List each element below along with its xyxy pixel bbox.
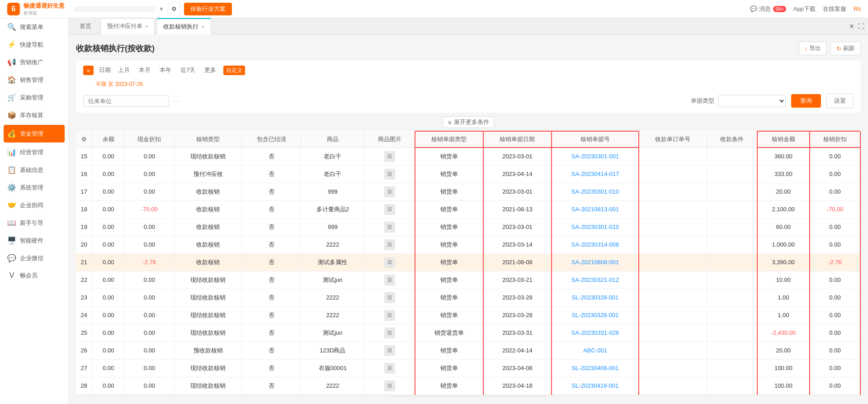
filter-last-month[interactable]: 上月: [116, 65, 132, 75]
bill-no-link[interactable]: ABC-001: [583, 347, 607, 354]
filter-more[interactable]: 更多: [203, 65, 218, 75]
td-cash-discount: 0.00: [124, 342, 174, 359]
td-order-no: [639, 183, 707, 200]
td-type: 收款核销: [175, 236, 242, 253]
sidebar-item-base-info[interactable]: 📋 基础信息: [0, 161, 68, 179]
td-num: 16: [76, 165, 92, 183]
tab-prepay-close[interactable]: ×: [145, 24, 148, 29]
sidebar-item-purchase[interactable]: 🛒 采购管理: [0, 89, 68, 106]
expand-button[interactable]: ∨ 展开更多条件: [443, 116, 494, 128]
messages-icon-area[interactable]: 💬 消息 99+: [750, 5, 786, 13]
bill-no-link[interactable]: SA-20230414-017: [571, 171, 619, 177]
td-goods: 2222: [301, 306, 364, 324]
td-discount: 0.00: [810, 271, 860, 289]
tab-prepay[interactable]: 预付冲应付单 ×: [100, 18, 155, 34]
filter-toggle-btn[interactable]: »: [83, 66, 94, 75]
filter-this-month[interactable]: 本月: [137, 65, 152, 75]
logo-area: 6 畅捷通谱好生意 标准版: [7, 2, 65, 16]
tab-writeoff[interactable]: 收款核销执行 ×: [156, 18, 211, 34]
th-bill-date: 核销单据日期: [483, 131, 552, 147]
td-goods-img: 🖼: [364, 271, 415, 289]
tab-close-icon[interactable]: ✕: [849, 23, 854, 30]
h-scrollbar[interactable]: [76, 395, 861, 397]
bill-no-link[interactable]: SL-20230408-001: [571, 365, 618, 371]
th-bill-no: 核销单据号: [552, 131, 639, 147]
sidebar-item-sales[interactable]: 🏠 销售管理: [0, 71, 68, 89]
logo-sub-text: 标准版: [24, 10, 65, 16]
filter-this-year[interactable]: 本年: [158, 65, 173, 75]
td-num: 28: [76, 377, 92, 394]
table-row: 24 0.00 0.00 现结收款核销 否 2222 🖼 销货单 2023-03…: [76, 306, 860, 324]
bill-no-link[interactable]: SA-20230314-008: [571, 241, 619, 248]
export-button[interactable]: ↑ 导出: [799, 42, 827, 55]
operations-icon: 📊: [7, 148, 16, 157]
refresh-button[interactable]: ↻ 刷新: [830, 42, 861, 55]
td-discount: -2.76: [810, 253, 860, 271]
td-num: 23: [76, 289, 92, 306]
td-bill-date: 2021-08-08: [483, 253, 552, 271]
bill-no-link[interactable]: SL-20230328-002: [571, 312, 618, 318]
td-goods-img: 🖼: [364, 200, 415, 218]
td-discount: 0.00: [810, 183, 860, 200]
bill-no-link[interactable]: SA-20230321-012: [571, 276, 619, 283]
sidebar-item-guide[interactable]: 📖 新手引导: [0, 214, 68, 232]
td-bill-no: SA-20230301-010: [552, 218, 639, 236]
bill-no-link[interactable]: SA-20230301-010: [571, 188, 619, 195]
td-goods: 测试jun: [301, 271, 364, 289]
setting-button[interactable]: 设置: [826, 94, 854, 108]
bill-no-link[interactable]: SL-20230328-001: [571, 294, 618, 301]
filter-custom[interactable]: 自定义: [223, 66, 245, 75]
bill-no-link[interactable]: SA-20210808-001: [571, 259, 619, 266]
td-amount: 100.00: [757, 377, 810, 394]
bill-no-link[interactable]: SA-20230301-010: [571, 223, 619, 230]
sidebar-item-inventory[interactable]: 📦 库存核算: [0, 106, 68, 124]
bill-no-link[interactable]: SA-20230331-026: [571, 329, 619, 336]
sidebar-item-enterprise[interactable]: 🤝 企业协同: [0, 196, 68, 214]
td-bill-type: 销货单: [415, 218, 483, 236]
td-balance: 0.00: [92, 377, 124, 394]
td-cash-discount: 0.00: [124, 306, 174, 324]
td-num: 19: [76, 218, 92, 236]
app-download-link[interactable]: App下载: [793, 5, 816, 13]
td-pay-cond: [707, 342, 757, 359]
page-title: 收款核销执行(按收款): [76, 43, 155, 54]
sidebar-item-search[interactable]: 🔍 搜索菜单: [0, 18, 68, 36]
sidebar-item-finance[interactable]: 💰 资金管理: [4, 125, 65, 143]
td-type: 现结收款核销: [175, 271, 242, 289]
top-search-box[interactable]: [74, 7, 155, 11]
bill-no-link[interactable]: SL-20230418-001: [571, 382, 618, 389]
sidebar-item-operations[interactable]: 📊 经营管理: [0, 143, 68, 161]
user-name[interactable]: Rit: [854, 5, 861, 12]
td-bill-no: SL-20230328-001: [552, 289, 639, 306]
td-cash-discount: 0.00: [124, 218, 174, 236]
td-bill-no: SL-20230328-002: [552, 306, 639, 324]
top-bar-right: 💬 消息 99+ App下载 在线客服 Rit: [750, 5, 861, 13]
sidebar-item-system[interactable]: ⚙️ 系统管理: [0, 179, 68, 196]
sidebar-item-hardware[interactable]: 🖥️ 智能硬件: [0, 232, 68, 249]
bill-no-link[interactable]: SA-20210813-001: [571, 206, 619, 213]
bill-no-link[interactable]: SA-20230301-001: [571, 153, 619, 160]
td-bill-type: 销货单: [415, 147, 483, 165]
table-header-row: ⚙ 余额 现金折扣 核销类型 包含已结清 商品 商品图片 核销单据类型 核销单据…: [76, 131, 860, 147]
td-bill-no: SA-20230301-010: [552, 183, 639, 200]
gear-button[interactable]: ⚙: [168, 3, 180, 15]
industry-btn[interactable]: 休验行业方案: [184, 3, 232, 15]
bill-type-select[interactable]: [718, 95, 786, 107]
online-service-link[interactable]: 在线客服: [823, 5, 846, 13]
tab-home[interactable]: 首页: [72, 18, 99, 34]
td-amount: 60.00: [757, 218, 810, 236]
sidebar-item-marketing[interactable]: 📢 营销推广: [0, 53, 68, 71]
sidebar-item-quick-nav[interactable]: ⚡ 快捷导航: [0, 36, 68, 53]
th-type: 核销类型: [175, 131, 242, 147]
partner-input[interactable]: [83, 95, 169, 107]
td-bill-type: 销货单: [415, 306, 483, 324]
th-settings[interactable]: ⚙: [76, 131, 92, 147]
query-button[interactable]: 查询: [791, 94, 821, 108]
td-type: 收款核销: [175, 218, 242, 236]
tab-writeoff-close[interactable]: ×: [201, 24, 204, 29]
tab-expand-icon[interactable]: ⛶: [858, 23, 864, 30]
filter-last7[interactable]: 近7天: [179, 65, 197, 75]
top-dropdown[interactable]: ▼: [159, 6, 164, 12]
sidebar-item-member[interactable]: V 畅会员: [0, 267, 68, 284]
sidebar-item-wechat[interactable]: 💬 企业微信: [0, 249, 68, 267]
